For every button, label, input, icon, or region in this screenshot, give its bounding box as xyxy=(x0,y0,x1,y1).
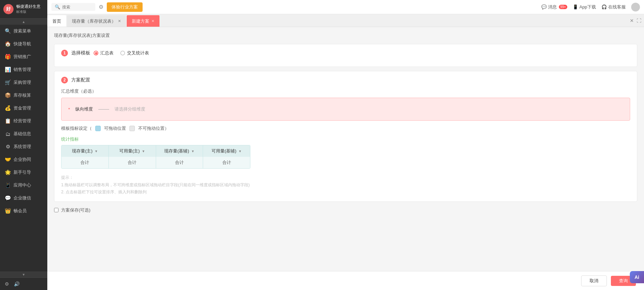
sidebar-scroll-up[interactable]: ▲ xyxy=(0,19,47,25)
col1-chevron-icon[interactable]: ▼ xyxy=(95,149,98,153)
tab-close-active-icon[interactable]: ✕ xyxy=(151,19,154,23)
col2-chevron-icon[interactable]: ▼ xyxy=(142,149,145,153)
tab-inventory-status[interactable]: 现存量（库存状况表） ✕ xyxy=(67,15,126,27)
col4-chevron-icon[interactable]: ▼ xyxy=(239,149,242,153)
tab-bar: 首页 现存量（库存状况表） ✕ 新建方案 ✕ ✕ ⛶ xyxy=(47,14,644,27)
tab-home[interactable]: 首页 xyxy=(47,15,66,27)
section2-header: 2 方案配置 xyxy=(61,77,630,83)
tips-title: 提示： xyxy=(61,175,73,180)
enterprise-icon: 🤝 xyxy=(5,156,11,163)
sidebar-item-finance[interactable]: 💰 资金管理 xyxy=(0,102,47,115)
app-download-label: App下载 xyxy=(579,4,596,10)
indicator-settings-label: 模板指标设定（ xyxy=(61,125,92,131)
sidebar-item-search-menu[interactable]: 🔍 搜索菜单 xyxy=(0,25,47,38)
radio-summary[interactable]: 汇总表 xyxy=(94,50,114,56)
stats-cell-3: 合计 xyxy=(156,157,203,168)
tips-item-1: 1.拖动标题栏可以调整布局，不可跨维度或指标区域拖动栏目字段(只能在同一维度或指… xyxy=(61,183,250,187)
draggable-label: 可拖动位置 xyxy=(104,125,126,131)
online-service-icon: 🎧 xyxy=(601,4,607,9)
app-download-icon: 📱 xyxy=(573,4,578,9)
sidebar: 好 畅捷通好生意 标准版 ▲ 🔍 搜索菜单 🏠 快捷导航 🎁 营销推广 📊 销售… xyxy=(0,0,47,290)
user-avatar[interactable] xyxy=(631,3,640,11)
sidebar-item-newbie[interactable]: 🌟 新手引导 xyxy=(0,166,47,179)
sidebar-scroll-down[interactable]: ▼ xyxy=(0,271,47,277)
sidebar-item-label: 销售管理 xyxy=(14,67,31,73)
tab-close-icon[interactable]: ✕ xyxy=(118,19,121,23)
app-edition: 标准版 xyxy=(16,9,41,14)
sidebar-item-label: 应用中心 xyxy=(14,182,31,188)
stats-table-header: 现存量(主) ▼ 可用量(主) ▼ 现存量(基辅) ▼ 可用量(基辅) ▼ xyxy=(61,145,250,157)
sidebar-item-label: 企业协同 xyxy=(14,156,31,163)
purchase-icon: 🛒 xyxy=(5,79,11,86)
topbar-search-box[interactable]: 🔍 xyxy=(51,3,95,11)
newbie-icon: 🌟 xyxy=(5,169,11,175)
stats-cell-2: 合计 xyxy=(109,157,156,168)
wechat-icon: 💬 xyxy=(5,195,11,201)
member-icon: 👑 xyxy=(5,208,11,214)
section2-number: 2 xyxy=(61,77,68,83)
dimension-field-name: 纵向维度 xyxy=(75,106,93,112)
draggable-badge xyxy=(95,126,101,131)
stats-cell-1: 合计 xyxy=(61,157,109,168)
sidebar-item-marketing[interactable]: 🎁 营销推广 xyxy=(0,50,47,63)
section-scheme-config: 2 方案配置 汇总维度（必选） * 纵向维度 —— 请选择分组维度 模板指标设定… xyxy=(54,71,637,202)
app-name: 畅捷通好生意 xyxy=(16,4,41,9)
sidebar-item-system[interactable]: ⚙ 系统管理 xyxy=(0,140,47,153)
col1-label: 现存量(主) xyxy=(72,148,93,154)
radio-cross[interactable]: 交叉统计表 xyxy=(120,50,149,56)
sidebar-item-label: 基础信息 xyxy=(14,131,31,137)
ai-float-button[interactable]: Ai xyxy=(630,271,644,283)
window-controls: ✕ ⛶ xyxy=(627,14,644,27)
settings-icon[interactable]: ⚙ xyxy=(5,281,9,287)
sidebar-item-label: 采购管理 xyxy=(14,79,31,86)
sidebar-item-basics[interactable]: 🗂 基础信息 xyxy=(0,127,47,140)
tab-home-label: 首页 xyxy=(52,18,61,24)
sidebar-item-enterprise[interactable]: 🤝 企业协同 xyxy=(0,153,47,166)
app-download-btn[interactable]: 📱 App下载 xyxy=(573,4,596,10)
main-area: 🔍 ⚙ 体验行业方案 💬 消息 99+ 📱 App下载 🎧 在线客服 xyxy=(47,0,644,290)
sound-icon[interactable]: 🔊 xyxy=(14,281,20,287)
stats-col-4[interactable]: 可用量(基辅) ▼ xyxy=(203,145,250,157)
sales-icon: 📊 xyxy=(5,67,11,73)
marketing-icon: 🎁 xyxy=(5,54,11,60)
topbar-settings-icon[interactable]: ⚙ xyxy=(99,4,103,10)
sidebar-item-inventory[interactable]: 📦 库存核算 xyxy=(0,89,47,102)
cancel-button[interactable]: 取消 xyxy=(581,275,607,286)
sidebar-item-quick-nav[interactable]: 🏠 快捷导航 xyxy=(0,38,47,50)
sidebar-item-wechat[interactable]: 💬 企业微信 xyxy=(0,192,47,204)
not-draggable-label: 不可拖动位置） xyxy=(138,125,169,131)
trial-btn[interactable]: 体验行业方案 xyxy=(107,2,143,12)
stats-col-2[interactable]: 可用量(主) ▼ xyxy=(109,145,156,157)
search-input[interactable] xyxy=(62,5,89,9)
sidebar-item-member[interactable]: 👑 畅会员 xyxy=(0,204,47,217)
finance-icon: 💰 xyxy=(5,105,11,111)
close-window-btn[interactable]: ✕ xyxy=(630,18,634,23)
message-btn[interactable]: 💬 消息 99+ xyxy=(541,4,567,10)
sidebar-item-label: 资金管理 xyxy=(14,105,31,111)
sidebar-item-app-center[interactable]: 📱 应用中心 xyxy=(0,179,47,192)
sidebar-item-operations[interactable]: 📋 经营管理 xyxy=(0,115,47,127)
sidebar-item-purchase[interactable]: 🛒 采购管理 xyxy=(0,76,47,89)
tab-new-scheme[interactable]: 新建方案 ✕ xyxy=(127,15,159,27)
dimension-placeholder: 请选择分组维度 xyxy=(115,106,145,112)
topbar: 🔍 ⚙ 体验行业方案 💬 消息 99+ 📱 App下载 🎧 在线客服 xyxy=(47,0,644,14)
col4-label: 可用量(基辅) xyxy=(212,148,237,154)
logo-icon: 好 xyxy=(3,4,14,14)
radio-summary-label: 汇总表 xyxy=(100,50,114,56)
save-checkbox[interactable] xyxy=(54,208,58,212)
sidebar-item-label: 营销推广 xyxy=(14,54,31,60)
online-service-btn[interactable]: 🎧 在线客服 xyxy=(601,4,626,10)
not-draggable-badge xyxy=(129,126,135,131)
system-icon: ⚙ xyxy=(5,144,11,150)
message-label: 消息 xyxy=(548,4,557,10)
stats-col-3[interactable]: 现存量(基辅) ▼ xyxy=(156,145,203,157)
stats-section-label: 统计指标 xyxy=(61,136,630,142)
section2-title: 方案配置 xyxy=(71,77,90,83)
tips-section: 提示： 1.拖动标题栏可以调整布局，不可跨维度或指标区域拖动栏目字段(只能在同一… xyxy=(61,174,630,196)
col3-chevron-icon[interactable]: ▼ xyxy=(191,149,195,153)
stats-col-1[interactable]: 现存量(主) ▼ xyxy=(61,145,109,157)
dimension-box[interactable]: * 纵向维度 —— 请选择分组维度 xyxy=(61,98,630,121)
expand-window-btn[interactable]: ⛶ xyxy=(637,18,641,23)
sidebar-item-sales[interactable]: 📊 销售管理 xyxy=(0,63,47,76)
sidebar-item-label: 库存核算 xyxy=(14,92,31,98)
